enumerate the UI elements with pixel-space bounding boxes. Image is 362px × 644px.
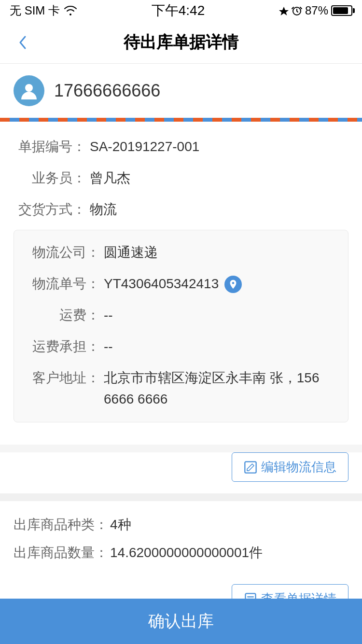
logistics-tracking-value: YT43064053424​13 (104, 273, 219, 295)
page-content: 17666666666 单据编号： SA-20191227-001 业务员： 曾… (0, 64, 362, 644)
order-number-value: SA-20191227-001 (90, 136, 348, 158)
freight-row: 运费： -- (28, 305, 334, 326)
battery-percentage: 87% (305, 4, 328, 17)
edit-icon (244, 461, 257, 474)
staff-label: 业务员： (14, 168, 86, 189)
svg-point-1 (25, 84, 33, 92)
address-row: 客户地址： 北京市市辖区海淀区永丰南 张，156 6666 6666 (28, 367, 334, 411)
status-left: 无 SIM 卡 (10, 3, 77, 18)
delivery-label: 交货方式： (14, 199, 86, 221)
logistics-card: 物流公司： 圆通速递 物流单号： YT43064053424​13 运费： -- (14, 230, 348, 422)
goods-type-row: 出库商品种类： 4种 (14, 516, 348, 534)
carrier-text: 无 SIM 卡 (10, 3, 60, 18)
status-right: 87% (279, 4, 352, 17)
logistics-company-label: 物流公司： (28, 242, 100, 264)
goods-quantity-row: 出库商品数量： 14.62000000000000​01件 (14, 544, 348, 562)
logistics-tracking-row: 物流单号： YT43064053424​13 (28, 273, 334, 295)
logistics-tracking-label: 物流单号： (28, 273, 100, 295)
section-separator-1 (0, 493, 362, 501)
goods-quantity-value: 14.62000000000000​01件 (110, 544, 263, 562)
avatar (14, 75, 44, 106)
confirm-btn-text: 确认出库 (148, 610, 214, 632)
goods-section: 出库商品种类： 4种 出库商品数量： 14.62000000000000​01件 (0, 501, 362, 576)
wifi-icon (64, 6, 77, 15)
customer-section: 17666666666 (0, 64, 362, 118)
nav-bar: 待出库单据详情 (0, 21, 362, 64)
confirm-button[interactable]: 确认出库 (0, 599, 362, 644)
freight-bear-row: 运费承担： -- (28, 336, 334, 358)
goods-quantity-label: 出库商品数量： (14, 544, 110, 562)
back-button[interactable] (14, 33, 33, 52)
edit-logistics-button[interactable]: 编辑物流信息 (232, 452, 348, 482)
alarm-icon (292, 5, 302, 16)
dashed-divider (0, 118, 362, 122)
edit-logistics-label: 编辑物流信息 (261, 459, 336, 476)
staff-value: 曾凡杰 (90, 168, 348, 189)
gps-icon (279, 6, 289, 15)
location-icon[interactable] (224, 276, 242, 293)
order-info-section: 单据编号： SA-20191227-001 业务员： 曾凡杰 交货方式： 物流 … (0, 122, 362, 445)
freight-value: -- (104, 305, 334, 326)
goods-type-label: 出库商品种类： (14, 516, 110, 534)
delivery-row: 交货方式： 物流 (14, 199, 348, 221)
freight-bear-label: 运费承担： (28, 336, 100, 358)
logistics-company-row: 物流公司： 圆通速递 (28, 242, 334, 264)
order-number-label: 单据编号： (14, 136, 86, 158)
freight-bear-value: -- (104, 336, 334, 358)
logistics-company-value: 圆通速递 (104, 242, 334, 264)
staff-row: 业务员： 曾凡杰 (14, 168, 348, 189)
address-value: 北京市市辖区海淀区永丰南 张，156 6666 6666 (104, 367, 334, 411)
freight-label: 运费： (28, 305, 100, 326)
status-bar: 无 SIM 卡 下午4:42 87% (0, 0, 362, 21)
logistics-tracking-value-row: YT43064053424​13 (104, 273, 334, 295)
customer-phone: 17666666666 (54, 81, 160, 101)
edit-btn-row: 编辑物流信息 (0, 452, 362, 493)
delivery-value: 物流 (90, 199, 348, 221)
svg-rect-2 (245, 462, 256, 473)
status-time: 下午4:42 (152, 1, 205, 20)
goods-type-value: 4种 (110, 516, 131, 534)
address-label: 客户地址： (28, 367, 100, 389)
order-number-row: 单据编号： SA-20191227-001 (14, 136, 348, 158)
page-title: 待出库单据详情 (124, 31, 238, 54)
battery-icon (331, 5, 352, 16)
